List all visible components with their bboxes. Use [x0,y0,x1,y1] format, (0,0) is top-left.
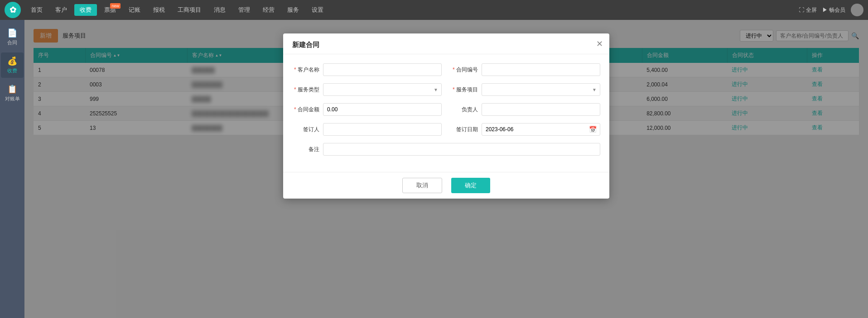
form-group-amount: 合同金额 [292,103,442,116]
label-sign-date: 签订日期 [451,126,478,133]
label-amount: 合同金额 [292,106,319,114]
label-responsible: 负责人 [451,106,478,114]
form-group-responsible: 负责人 [451,103,600,116]
fullscreen-btn[interactable]: ⛶ 全屏 [799,6,816,14]
reconcile-icon: 📋 [7,84,17,94]
main-layout: 📄 合同 💰 收费 📋 对账单 新增 服务项目 进行中 已结束 全部 🔍 [0,20,868,318]
sidebar-fee-label: 收费 [7,67,17,74]
content-area: 新增 服务项目 进行中 已结束 全部 🔍 序号 合同编号 [24,20,868,318]
form-group-service-type: 服务类型 [292,83,442,96]
nav-bookkeep[interactable]: 记账 [123,4,146,16]
nav-client[interactable]: 客户 [50,4,72,16]
modal-footer: 取消 确定 [283,172,609,199]
form-row-4: 签订人 签订日期 📅 [292,123,600,136]
app-logo: ✿ [5,2,21,18]
input-amount[interactable] [323,103,442,116]
input-contract-no[interactable] [482,63,600,76]
new-contract-modal: 新建合同 ✕ 客户名称 合同编号 [283,33,609,199]
form-group-service-item: 服务项目 [451,83,600,96]
date-wrap-sign-date: 📅 [482,123,600,136]
input-signer[interactable] [323,123,442,136]
label-client-name: 客户名称 [292,66,319,74]
form-group-client-name: 客户名称 [292,63,442,76]
top-navigation: ✿ 首页 客户 收费 票据 new 记账 报税 工商项目 消息 管理 经营 服务… [0,0,868,20]
label-remark: 备注 [292,146,319,153]
form-group-sign-date: 签订日期 📅 [451,123,600,136]
form-row-5: 备注 [292,143,600,156]
sidebar: 📄 合同 💰 收费 📋 对账单 [0,20,24,318]
input-sign-date[interactable] [482,123,600,136]
sidebar-item-contract[interactable]: 📄 合同 [1,24,24,50]
nav-service[interactable]: 服务 [282,4,304,16]
sidebar-contract-label: 合同 [7,39,17,46]
sidebar-item-reconcile[interactable]: 📋 对账单 [1,81,24,106]
nav-mgmt[interactable]: 管理 [233,4,256,16]
nav-msg[interactable]: 消息 [208,4,231,16]
input-responsible[interactable] [482,103,600,116]
nav-items: 首页 客户 收费 票据 new 记账 报税 工商项目 消息 管理 经营 服务 设… [25,4,799,16]
new-badge: new [110,3,121,9]
select-service-item[interactable] [482,83,600,96]
modal-overlay: 新建合同 ✕ 客户名称 合同编号 [24,20,868,318]
label-service-item: 服务项目 [451,86,478,94]
form-group-contract-no: 合同编号 [451,63,600,76]
select-service-type[interactable] [323,83,442,96]
form-row-3: 合同金额 负责人 [292,103,600,116]
nav-ops[interactable]: 经营 [257,4,280,16]
sidebar-item-fee[interactable]: 💰 收费 [1,52,24,78]
form-row-1: 客户名称 合同编号 [292,63,600,76]
cancel-button[interactable]: 取消 [402,178,442,193]
nav-settings[interactable]: 设置 [306,4,329,16]
label-contract-no: 合同编号 [451,66,478,74]
nav-tax[interactable]: 报税 [148,4,170,16]
member-btn[interactable]: ▶ 畅会员 [822,6,845,14]
sidebar-reconcile-label: 对账单 [5,95,20,102]
form-group-signer: 签订人 [292,123,442,136]
form-row-2: 服务类型 服务项目 [292,83,600,96]
label-service-type: 服务类型 [292,86,319,94]
nav-right: ⛶ 全屏 ▶ 畅会员 [799,4,863,16]
form-group-remark: 备注 [292,143,600,156]
modal-title: 新建合同 [283,33,609,54]
nav-fee[interactable]: 收费 [74,4,97,16]
select-wrap-service-item [482,83,600,96]
nav-biz[interactable]: 工商项目 [172,4,207,16]
select-wrap-service-type [323,83,442,96]
nav-invoice[interactable]: 票据 new [99,4,121,16]
modal-close-button[interactable]: ✕ [596,39,603,49]
confirm-button[interactable]: 确定 [451,178,490,193]
contract-icon: 📄 [7,28,17,38]
calendar-icon[interactable]: 📅 [589,126,597,133]
input-client-name[interactable] [323,63,442,76]
avatar[interactable] [851,4,863,16]
label-signer: 签订人 [292,126,319,133]
modal-body: 客户名称 合同编号 服务类型 [283,54,609,172]
input-remark[interactable] [323,143,600,156]
fee-icon: 💰 [7,56,17,66]
nav-home[interactable]: 首页 [25,4,48,16]
